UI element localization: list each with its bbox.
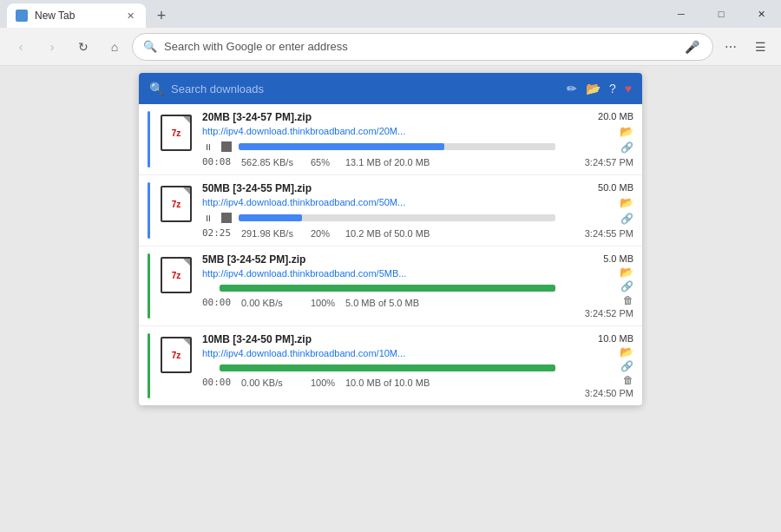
zip-file-icon: 7z <box>161 186 192 222</box>
stat-percent: 20% <box>311 228 337 239</box>
trash-icon[interactable]: 🗑 <box>623 374 633 386</box>
open-folder-icon[interactable]: 📂 <box>586 82 601 95</box>
link-icon[interactable]: 🔗 <box>620 280 633 292</box>
item-right: 10.0 MB 📂 🔗 🗑 3:24:50 PM <box>564 333 633 398</box>
download-item: 7z 10MB [3-24-50 PM].zip http://ipv4.dow… <box>139 326 642 405</box>
progress-bar <box>239 143 555 150</box>
stat-speed: 0.00 KB/s <box>241 298 302 308</box>
item-url[interactable]: http://ipv4.download.thinkbroadband.com/… <box>202 126 489 136</box>
stat-size-progress: 13.1 MB of 20.0 MB <box>345 157 430 167</box>
minimize-button[interactable]: ─ <box>661 0 701 28</box>
mic-button[interactable]: 🎤 <box>681 36 702 57</box>
pause-button[interactable]: ⏸ <box>202 141 214 153</box>
link-icon[interactable]: 🔗 <box>620 141 633 154</box>
progress-bar <box>220 365 555 371</box>
item-timestamp: 3:24:52 PM <box>585 308 633 319</box>
item-content: 5MB [3-24-52 PM].zip http://ipv4.downloa… <box>202 253 555 319</box>
title-bar: New Tab ✕ + ─ □ ✕ <box>0 0 781 28</box>
link-icon[interactable]: 🔗 <box>620 213 633 225</box>
tab-title: New Tab <box>35 10 75 22</box>
window-close-button[interactable]: ✕ <box>741 0 781 28</box>
stop-button[interactable] <box>221 141 232 152</box>
stat-speed: 0.00 KB/s <box>241 378 302 388</box>
item-content: 50MB [3-24-55 PM].zip http://ipv4.downlo… <box>202 182 555 239</box>
item-right: 50.0 MB 📂 🔗 3:24:55 PM <box>564 182 633 239</box>
downloads-list: 7z 20MB [3-24-57 PM].zip http://ipv4.dow… <box>139 104 642 405</box>
favorites-icon[interactable]: ♥ <box>625 82 632 95</box>
item-filename: 50MB [3-24-55 PM].zip <box>202 182 555 194</box>
open-folder-item-icon[interactable]: 📂 <box>620 125 633 138</box>
forward-button[interactable]: › <box>38 33 66 61</box>
trash-icon[interactable]: 🗑 <box>623 294 633 306</box>
stat-percent: 100% <box>311 378 337 388</box>
progress-row <box>202 283 555 293</box>
download-item: 7z 5MB [3-24-52 PM].zip http://ipv4.down… <box>139 246 642 326</box>
status-accent <box>148 182 150 239</box>
progress-fill <box>239 143 444 150</box>
file-icon-container: 7z <box>159 182 194 226</box>
open-folder-item-icon[interactable]: 📂 <box>620 345 633 358</box>
zip-file-icon: 7z <box>161 257 192 293</box>
item-url[interactable]: http://ipv4.download.thinkbroadband.com/… <box>202 348 489 358</box>
item-content: 20MB [3-24-57 PM].zip http://ipv4.downlo… <box>202 111 555 167</box>
open-folder-item-icon[interactable]: 📂 <box>620 196 633 209</box>
tab-close-button[interactable]: ✕ <box>123 9 137 23</box>
item-filename: 20MB [3-24-57 PM].zip <box>202 111 555 123</box>
download-item: 7z 20MB [3-24-57 PM].zip http://ipv4.dow… <box>139 104 642 175</box>
 <box>202 283 213 293</box>
tab-area: New Tab ✕ + <box>7 0 174 28</box>
item-timestamp: 3:24:55 PM <box>585 228 633 239</box>
back-button[interactable]: ‹ <box>7 33 35 61</box>
stat-time: 00:00 <box>202 297 233 308</box>
item-filename: 5MB [3-24-52 PM].zip <box>202 253 555 266</box>
menu-button[interactable]: ☰ <box>746 33 774 61</box>
stat-size-progress: 5.0 MB of 5.0 MB <box>345 298 419 308</box>
home-button[interactable]: ⌂ <box>101 33 128 61</box>
open-folder-item-icon[interactable]: 📂 <box>620 266 633 279</box>
item-timestamp: 3:24:57 PM <box>585 157 633 167</box>
item-stats: 02:25 291.98 KB/s 20% 10.2 MB of 50.0 MB <box>202 227 555 239</box>
main-content: 🔍 ✏ 📂 ? ♥ 7z 20MB [3-24-57 PM].zip http:… <box>0 66 781 532</box>
stat-speed: 291.98 KB/s <box>241 228 302 239</box>
new-tab-button[interactable]: + <box>149 3 174 28</box>
progress-row: ⏸ <box>202 212 555 224</box>
status-accent <box>148 111 150 167</box>
item-file-size: 50.0 MB <box>598 182 633 193</box>
window-controls: ─ □ ✕ <box>661 0 781 28</box>
extensions-button[interactable]: ⋯ <box>717 33 745 61</box>
stop-button[interactable] <box>221 213 232 223</box>
progress-bar <box>220 285 555 292</box>
refresh-button[interactable]: ↻ <box>69 33 97 61</box>
stat-percent: 100% <box>311 298 337 308</box>
file-icon-container: 7z <box>159 333 194 377</box>
item-url[interactable]: http://ipv4.download.thinkbroadband.com/… <box>202 197 489 207</box>
file-icon-container: 7z <box>159 253 194 297</box>
search-icon: 🔍 <box>143 40 157 53</box>
downloads-search-icon: 🔍 <box>149 82 164 95</box>
link-icon[interactable]: 🔗 <box>620 360 633 372</box>
edit-icon[interactable]: ✏ <box>567 82 577 95</box>
nav-right-actions: ⋯ ☰ <box>717 33 774 61</box>
item-right: 20.0 MB 📂 🔗 3:24:57 PM <box>564 111 633 167</box>
item-stats: 00:08 562.85 KB/s 65% 13.1 MB of 20.0 MB <box>202 156 555 167</box>
zip-file-icon: 7z <box>161 115 192 151</box>
item-right: 5.0 MB 📂 🔗 🗑 3:24:52 PM <box>564 253 633 319</box>
active-tab[interactable]: New Tab ✕ <box>7 3 146 28</box>
item-stats: 00:00 0.00 KB/s 100% 5.0 MB of 5.0 MB <box>202 297 555 308</box>
address-bar[interactable]: 🔍 Search with Google or enter address 🎤 <box>132 33 713 61</box>
downloads-header: 🔍 ✏ 📂 ? ♥ <box>139 73 642 104</box>
item-url[interactable]: http://ipv4.download.thinkbroadband.com/… <box>202 268 489 279</box>
downloads-search-input[interactable] <box>171 82 560 95</box>
stat-percent: 65% <box>311 157 337 167</box>
navigation-bar: ‹ › ↻ ⌂ 🔍 Search with Google or enter ad… <box>0 28 781 66</box>
help-icon[interactable]: ? <box>609 82 616 95</box>
progress-bar <box>239 214 555 221</box>
maximize-button[interactable]: □ <box>701 0 741 28</box>
pause-button[interactable]: ⏸ <box>202 212 214 224</box>
status-accent <box>148 333 150 398</box>
status-accent <box>148 253 150 319</box>
progress-row: ⏸ <box>202 141 555 153</box>
stat-time: 00:00 <box>202 377 233 388</box>
zip-file-icon: 7z <box>161 337 192 373</box>
progress-row <box>202 363 555 373</box>
